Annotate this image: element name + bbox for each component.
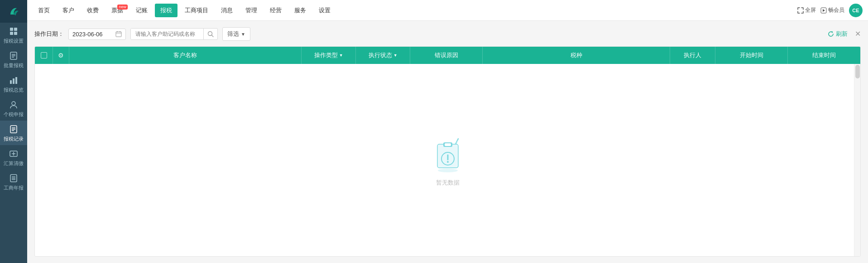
nav-item-kehu[interactable]: 客户 — [57, 4, 80, 17]
svg-rect-3 — [14, 32, 17, 35]
fullscreen-button[interactable]: 全屏 — [797, 6, 816, 14]
filter-button[interactable]: 筛选 ▼ — [222, 27, 250, 41]
svg-point-39 — [447, 161, 449, 163]
settings-icon: ⚙ — [58, 52, 64, 59]
nav-item-shezhi[interactable]: 设置 — [313, 4, 336, 17]
main-area: 首页 客户 收费 票据 new 记账 报税 工商项目 消息 — [27, 0, 868, 263]
th-exec-status: 执行状态 ▼ — [356, 47, 410, 64]
table: ⚙ 客户名称 操作类型 ▼ 执行状态 ▼ 错误原因 税种 — [34, 46, 861, 257]
search-input[interactable] — [131, 29, 203, 39]
close-button[interactable]: ✕ — [855, 30, 861, 38]
nav-item-homepage[interactable]: 首页 — [33, 4, 55, 17]
member-button[interactable]: 畅会员 — [820, 6, 844, 14]
th-settings[interactable]: ⚙ — [53, 47, 69, 64]
sidebar-item-gongshang-nianbao[interactable]: 工商年报 — [0, 170, 27, 194]
search-icon — [207, 31, 214, 37]
scroll-bar[interactable] — [854, 64, 860, 256]
refresh-icon — [828, 31, 834, 37]
table-body: 暂无数据 — [35, 64, 860, 256]
topnav: 首页 客户 收费 票据 new 记账 报税 工商项目 消息 — [27, 0, 868, 21]
svg-rect-0 — [10, 28, 13, 31]
sidebar-item-huisuan-jiaona[interactable]: 汇算清缴 — [0, 145, 27, 170]
header-checkbox[interactable] — [41, 52, 47, 58]
svg-marker-24 — [823, 9, 825, 12]
personal-tax-icon — [9, 100, 19, 110]
search-wrap — [130, 28, 218, 40]
date-input[interactable] — [72, 31, 113, 38]
th-end-time: 结束时间 — [788, 47, 860, 64]
sidebar-item-geshuishenbao[interactable]: 个税申报 — [0, 96, 27, 121]
op-type-filter-icon[interactable]: ▼ — [339, 53, 343, 58]
sidebar-item-label: 工商年报 — [4, 185, 24, 191]
filter-chevron-icon: ▼ — [241, 32, 245, 37]
sidebar-item-piliang-baoshui[interactable]: 批量报税 — [0, 47, 27, 72]
toolbar: 操作日期： 筛选 — [34, 27, 861, 41]
exec-status-filter-icon[interactable]: ▼ — [393, 53, 398, 58]
page-content: 操作日期： 筛选 — [27, 21, 868, 263]
svg-point-40 — [438, 169, 458, 172]
th-tax-type: 税种 — [483, 47, 670, 64]
date-label: 操作日期： — [34, 30, 64, 38]
sidebar-logo — [0, 0, 27, 23]
empty-state: 暂无数据 — [427, 133, 468, 187]
sidebar-item-label: 报税总览 — [4, 87, 24, 93]
settings-grid-icon — [9, 26, 19, 36]
nav-item-guanli[interactable]: 管理 — [240, 4, 263, 17]
nav-item-piaoju[interactable]: 票据 new — [106, 4, 129, 17]
sidebar-item-baoshui-shezhi[interactable]: 报税设置 — [0, 23, 27, 47]
nav-item-fuwu[interactable]: 服务 — [289, 4, 312, 17]
sidebar-item-label: 汇算清缴 — [4, 160, 24, 167]
th-checkbox[interactable] — [35, 47, 53, 64]
search-button[interactable] — [203, 29, 217, 39]
th-client-name: 客户名称 — [69, 47, 302, 64]
tax-record-icon — [9, 124, 19, 134]
sidebar-item-label: 报税记录 — [4, 136, 24, 142]
nav-item-gongshang-xiangmu[interactable]: 工商项目 — [179, 4, 214, 17]
svg-rect-1 — [14, 28, 17, 31]
refresh-button[interactable]: 刷新 — [828, 30, 848, 38]
sidebar-item-label: 个税申报 — [4, 111, 24, 118]
th-op-type: 操作类型 ▼ — [302, 47, 356, 64]
annual-report-icon — [9, 173, 19, 183]
nav-item-xiaoxi[interactable]: 消息 — [216, 4, 238, 17]
nav-items: 首页 客户 收费 票据 new 记账 报税 工商项目 消息 — [33, 4, 797, 17]
table-header: ⚙ 客户名称 操作类型 ▼ 执行状态 ▼ 错误原因 税种 — [35, 47, 860, 64]
tax-overview-icon — [9, 75, 19, 85]
svg-marker-31 — [832, 31, 833, 33]
th-executor: 执行人 — [670, 47, 715, 64]
scroll-thumb[interactable] — [855, 65, 860, 78]
sidebar: 报税设置 批量报税 报税总览 — [0, 0, 27, 263]
new-badge: new — [117, 5, 128, 10]
fullscreen-icon — [797, 7, 804, 14]
svg-line-30 — [212, 35, 214, 37]
svg-rect-10 — [15, 77, 17, 84]
date-picker[interactable] — [68, 29, 126, 40]
sidebar-item-label: 报税设置 — [4, 38, 24, 44]
empty-text: 暂无数据 — [436, 179, 460, 187]
svg-rect-25 — [116, 32, 121, 37]
th-error-reason: 错误原因 — [410, 47, 483, 64]
nav-right: 全屏 畅会员 CE — [797, 4, 863, 17]
empty-illustration — [427, 133, 468, 174]
settlement-icon — [9, 149, 19, 159]
play-icon — [820, 7, 827, 14]
svg-rect-9 — [13, 78, 14, 84]
calendar-icon — [115, 31, 122, 37]
sidebar-item-label: 批量报税 — [4, 62, 24, 69]
nav-item-jingying[interactable]: 经营 — [264, 4, 287, 17]
user-avatar[interactable]: CE — [849, 4, 863, 17]
svg-rect-36 — [445, 143, 451, 146]
batch-tax-icon — [9, 51, 19, 61]
nav-item-shoufe[interactable]: 收费 — [82, 4, 104, 17]
nav-item-jizhang[interactable]: 记账 — [130, 4, 153, 17]
th-start-time: 开始时间 — [715, 47, 788, 64]
sidebar-item-baoshui-jilu[interactable]: 报税记录 — [0, 121, 27, 145]
svg-rect-8 — [10, 80, 12, 84]
svg-rect-2 — [10, 32, 13, 35]
nav-item-baoshui[interactable]: 报税 — [155, 4, 177, 17]
svg-point-11 — [12, 102, 15, 105]
sidebar-item-baoshui-zonlan[interactable]: 报税总览 — [0, 72, 27, 96]
